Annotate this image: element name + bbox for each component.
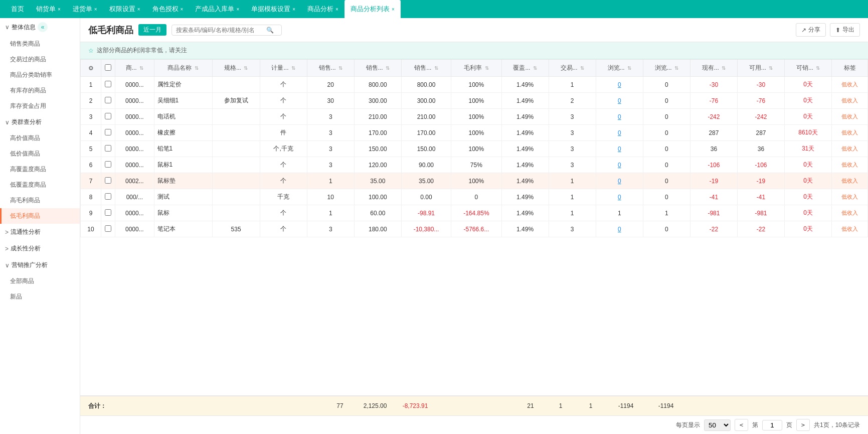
sidebar-item-all-products[interactable]: 全部商品: [0, 273, 80, 289]
cell-sale-amt: 300.00: [354, 93, 401, 109]
cell-checkbox[interactable]: [101, 221, 115, 237]
view-link[interactable]: 0: [618, 226, 621, 233]
view-link[interactable]: 0: [618, 113, 621, 120]
nav-role[interactable]: 角色授权 ×: [146, 0, 190, 18]
sidebar-item-high-margin[interactable]: 高毛利商品: [0, 193, 80, 208]
time-filter-button[interactable]: 近一月: [138, 24, 166, 36]
cell-gross-rate: 75%: [451, 157, 501, 173]
sidebar-group-cluster[interactable]: ∨ 类群查分析: [0, 114, 80, 130]
row-checkbox[interactable]: [105, 129, 111, 135]
nav-product-entry[interactable]: 产成品入库单 ×: [189, 0, 245, 18]
sidebar-group-marketing[interactable]: ∨ 营销推广分析: [0, 257, 80, 273]
sidebar-item-category-rate[interactable]: 商品分类助销率: [0, 67, 80, 83]
view-link[interactable]: 0: [618, 194, 621, 201]
nav-purchase[interactable]: 进货单 ×: [67, 0, 103, 18]
col-code[interactable]: 商... ⇅: [115, 60, 154, 77]
nav-home[interactable]: 首页: [5, 0, 30, 18]
cell-checkbox[interactable]: [101, 125, 115, 141]
sidebar-item-capital[interactable]: 库存资金占用: [0, 98, 80, 114]
col-settings[interactable]: ⚙: [81, 60, 101, 77]
row-checkbox[interactable]: [105, 161, 111, 168]
col-checkbox[interactable]: [101, 60, 115, 77]
view-link[interactable]: 0: [618, 129, 621, 136]
nav-close-analysis-list[interactable]: ×: [392, 7, 395, 12]
col-sale-qty[interactable]: 销售... ⇅: [307, 60, 354, 77]
cell-checkbox[interactable]: [101, 157, 115, 173]
prev-page-button[interactable]: ＜: [735, 419, 748, 431]
view-link[interactable]: 0: [618, 178, 621, 185]
cell-checkbox[interactable]: [101, 205, 115, 221]
nav-close-sales[interactable]: ×: [58, 7, 61, 12]
col-name[interactable]: 商品名称 ⇅: [154, 60, 212, 77]
row-checkbox[interactable]: [105, 225, 111, 232]
col-unit[interactable]: 计量... ⇅: [260, 60, 307, 77]
export-button[interactable]: ⬆ 导出: [830, 23, 860, 37]
col-coverage[interactable]: 覆盖... ⇅: [501, 60, 549, 77]
cell-checkbox[interactable]: [101, 189, 115, 205]
col-sale-profit[interactable]: 销售... ⇅: [401, 60, 451, 77]
page-number-input[interactable]: [762, 420, 782, 430]
cell-sale-qty: 3: [307, 125, 354, 141]
cell-checkbox[interactable]: [101, 93, 115, 109]
sidebar-item-high-coverage[interactable]: 高覆盖度商品: [0, 162, 80, 177]
collapse-overall-btn[interactable]: «: [38, 22, 48, 32]
col-saleable-days[interactable]: 可销... ⇅: [785, 60, 832, 77]
col-sale-amt[interactable]: 销售... ⇅: [354, 60, 401, 77]
sidebar-item-low-margin[interactable]: 低毛利商品: [0, 208, 80, 224]
col-tag: 标签: [832, 60, 868, 77]
cell-checkbox[interactable]: [101, 109, 115, 125]
table-container[interactable]: ⚙ 商... ⇅ 商品名称 ⇅ 规格... ⇅ 计量... ⇅ 销售... ⇅ …: [80, 59, 868, 395]
row-checkbox[interactable]: [105, 145, 111, 152]
nav-close-analysis[interactable]: ×: [335, 7, 338, 12]
row-checkbox[interactable]: [105, 209, 111, 216]
sidebar-item-high-value[interactable]: 高价值商品: [0, 130, 80, 146]
view-link[interactable]: 0: [618, 146, 621, 153]
cell-checkbox[interactable]: [101, 173, 115, 189]
cell-view-count: 0: [596, 189, 643, 205]
view-link[interactable]: 0: [618, 97, 621, 104]
nav-sales[interactable]: 销货单 ×: [30, 0, 67, 18]
sidebar-item-sales-products[interactable]: 销售类商品: [0, 36, 80, 52]
row-checkbox[interactable]: [105, 97, 111, 103]
search-icon[interactable]: 🔍: [266, 27, 274, 34]
row-checkbox[interactable]: [105, 193, 111, 200]
nav-close-purchase[interactable]: ×: [94, 7, 97, 12]
page-size-select[interactable]: 50 100 200: [704, 419, 731, 431]
share-button[interactable]: ↗ 分享: [796, 23, 826, 37]
nav-analysis-list[interactable]: 商品分析列表 ×: [344, 0, 401, 18]
sidebar-item-in-stock[interactable]: 有库存的商品: [0, 83, 80, 98]
col-spec[interactable]: 规格... ⇅: [212, 60, 260, 77]
cell-sale-qty: 20: [307, 77, 354, 93]
sidebar-item-new-products[interactable]: 新品: [0, 289, 80, 305]
row-checkbox[interactable]: [105, 177, 111, 184]
nav-close-role[interactable]: ×: [181, 7, 184, 12]
sidebar-group-overall[interactable]: ∨ 整体信息 «: [0, 18, 80, 36]
col-current-stock[interactable]: 现有... ⇅: [690, 60, 737, 77]
sidebar-item-low-value[interactable]: 低价值商品: [0, 146, 80, 162]
view-link[interactable]: 0: [618, 81, 621, 88]
sidebar-item-traded[interactable]: 交易过的商品: [0, 52, 80, 67]
cell-coverage: 1.49%: [501, 221, 549, 237]
row-checkbox[interactable]: [105, 81, 111, 87]
nav-close-template[interactable]: ×: [292, 7, 295, 12]
nav-analysis[interactable]: 商品分析 ×: [301, 0, 344, 18]
search-input[interactable]: [176, 27, 266, 34]
select-all-checkbox[interactable]: [105, 64, 111, 71]
nav-permission[interactable]: 权限设置 ×: [103, 0, 146, 18]
col-trade-times[interactable]: 交易... ⇅: [549, 60, 596, 77]
nav-close-product-entry[interactable]: ×: [236, 7, 239, 12]
sidebar-item-low-coverage[interactable]: 低覆盖度商品: [0, 177, 80, 193]
cell-checkbox[interactable]: [101, 141, 115, 157]
col-view-count[interactable]: 浏览... ⇅: [596, 60, 643, 77]
sidebar-group-growth[interactable]: > 成长性分析: [0, 240, 80, 257]
row-checkbox[interactable]: [105, 113, 111, 119]
sidebar-group-circulation[interactable]: > 流通性分析: [0, 224, 80, 240]
nav-template[interactable]: 单据模板设置 ×: [245, 0, 301, 18]
col-view-count2[interactable]: 浏览... ⇅: [643, 60, 690, 77]
next-page-button[interactable]: ＞: [796, 419, 810, 431]
col-available-stock[interactable]: 可用... ⇅: [737, 60, 784, 77]
cell-checkbox[interactable]: [101, 77, 115, 93]
view-link[interactable]: 0: [618, 162, 621, 169]
nav-close-permission[interactable]: ×: [137, 7, 140, 12]
col-gross-rate[interactable]: 毛利率 ⇅: [451, 60, 501, 77]
